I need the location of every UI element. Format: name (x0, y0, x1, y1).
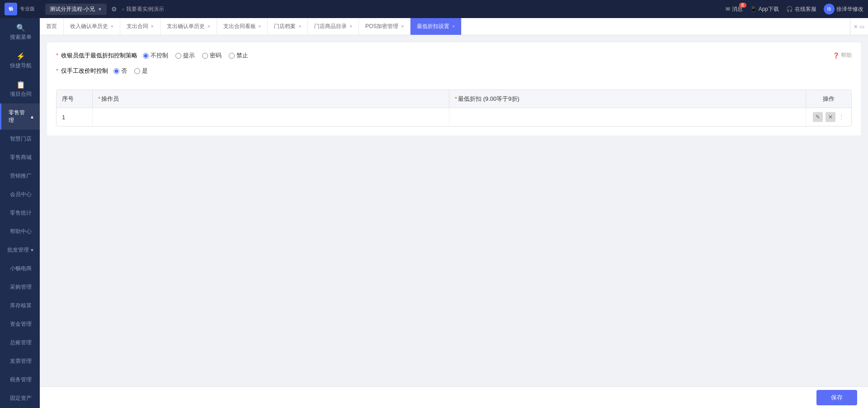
tab-payment-confirm-history-label: 支出确认单历史 (167, 23, 205, 30)
ecommerce-label: 小畅电商 (10, 265, 32, 272)
tab-payment-contract-board-close[interactable]: × (259, 24, 261, 29)
tab-payment-confirm-history[interactable]: 支出确认单历史 × (160, 18, 217, 35)
tab-pos-password-mgmt[interactable]: POS加密管理 × (359, 18, 410, 35)
tab-expand-btn[interactable]: ▭ (859, 23, 864, 30)
tab-store-product-catalog-close[interactable]: × (349, 24, 352, 29)
sidebar-item-project-contract[interactable]: 📋 项目合同 (0, 75, 40, 103)
tab-store-product-catalog[interactable]: 门店商品目录 × (308, 18, 359, 35)
online-support-btn[interactable]: 🎧 在线客服 (786, 5, 816, 13)
radio-manual-yes-input[interactable] (134, 68, 140, 74)
tab-payment-contract[interactable]: 支出合同 × (120, 18, 160, 35)
sidebar-item-search[interactable]: 🔍 搜索菜单 (0, 18, 40, 47)
settings-icon[interactable]: ⚙ (111, 5, 117, 13)
radio-password-input[interactable] (202, 53, 208, 59)
tab-store-files-label: 门店档案 (274, 23, 296, 30)
radio-manual-yes[interactable]: 是 (134, 67, 148, 75)
member-center-label: 会员中心 (10, 191, 32, 198)
help-center-label: 帮助中心 (10, 228, 32, 235)
radio-no-control-input[interactable] (143, 53, 149, 59)
tab-income-history-close[interactable]: × (111, 24, 113, 29)
discount-strategy-radio-group: 不控制 提示 密码 (143, 52, 248, 60)
project-selector[interactable]: 测试分开流程-小兄 ▼ (45, 4, 107, 15)
radio-forbid-input[interactable] (229, 53, 235, 59)
sidebar-item-member-center[interactable]: 会员中心 (0, 185, 40, 204)
sidebar-item-marketing[interactable]: 营销推广 (0, 167, 40, 185)
cell-actions-1: ✎ ✕ ⋮ (806, 108, 851, 126)
content-area: 首页 收入确认单历史 × 支出合同 × 支出确认单历史 × 支出合同看板 × (40, 18, 868, 408)
batch-mgmt-label: 批发管理 (7, 246, 29, 254)
col-header-operator-required: * (98, 95, 100, 102)
radio-no-control[interactable]: 不控制 (143, 52, 168, 60)
radio-forbid-label: 禁止 (236, 52, 248, 60)
batch-mgmt-arrow-icon: ▼ (30, 248, 34, 253)
app-download-btn[interactable]: 📱 App下载 (750, 5, 779, 13)
sidebar-item-finance[interactable]: 资金管理 (0, 315, 40, 333)
tab-income-history[interactable]: 收入确认单历史 × (64, 18, 120, 35)
main-layout: 🔍 搜索菜单 ⚡ 快捷导航 📋 项目合同 零售管理 ▲ 智慧门店 零售商城 营销… (0, 18, 868, 408)
radio-manual-no[interactable]: 否 (113, 67, 127, 75)
sidebar-item-invoice[interactable]: 发票管理 (0, 352, 40, 370)
sidebar-item-purchase-mgmt[interactable]: 采购管理 (0, 278, 40, 296)
tab-min-discount-setting-label: 最低折扣设置 (417, 23, 449, 30)
tab-payment-confirm-history-close[interactable]: × (208, 24, 210, 29)
sidebar-item-retail-mall[interactable]: 零售商城 (0, 148, 40, 167)
drag-handle-1[interactable]: ⋮ (838, 113, 844, 121)
logo-text: 专业版 (20, 6, 35, 12)
message-icon: ✉ (726, 6, 730, 12)
discount-strategy-row: * 收银员低于最低折扣控制策略 不控制 提示 (56, 52, 248, 60)
tab-payment-contract-close[interactable]: × (151, 24, 154, 29)
col-header-discount-label: 最低折扣 (9.00等于9折) (458, 95, 519, 103)
sidebar-item-help-center[interactable]: 帮助中心 (0, 222, 40, 241)
sidebar-item-ecommerce[interactable]: 小畅电商 (0, 259, 40, 278)
tax-label: 税务管理 (10, 376, 32, 384)
radio-manual-yes-label: 是 (142, 67, 148, 75)
col-header-operator: * 操作员 (93, 90, 449, 108)
messages-btn[interactable]: ✉ 消息 8 (726, 5, 743, 13)
cell-seq-1-value: 1 (62, 114, 65, 121)
tab-min-discount-setting-close[interactable]: × (452, 24, 455, 29)
sidebar-item-retail-mgmt[interactable]: 零售管理 ▲ (0, 103, 40, 130)
search-icon: 🔍 (16, 23, 25, 32)
sidebar-item-retail-stats[interactable]: 零售统计 (0, 204, 40, 222)
col-header-seq: 序号 (57, 90, 93, 108)
sidebar-item-ledger[interactable]: 总账管理 (0, 333, 40, 352)
edit-btn-1[interactable]: ✎ (813, 112, 823, 122)
delete-btn-1[interactable]: ✕ (826, 112, 835, 122)
sidebar-item-tax[interactable]: 税务管理 (0, 370, 40, 389)
radio-password[interactable]: 密码 (202, 52, 222, 60)
sidebar-item-fixed-assets[interactable]: 固定资产 (0, 389, 40, 408)
sidebar-item-search-label: 搜索菜单 (10, 33, 32, 41)
col-header-discount: * 最低折扣 (9.00等于9折) (449, 90, 806, 108)
cell-seq-1: 1 (57, 108, 93, 126)
headset-icon: 🎧 (786, 6, 793, 12)
radio-forbid[interactable]: 禁止 (229, 52, 248, 60)
shortcut-icon: ⚡ (16, 52, 25, 61)
cell-operator-1 (93, 108, 449, 126)
sidebar-item-shortcut-label: 快捷导航 (10, 62, 32, 70)
tab-close-all-btn[interactable]: × (854, 23, 858, 30)
logo-area: 畅 专业版 (5, 3, 41, 15)
save-button[interactable]: 保存 (816, 390, 857, 405)
discount-table: 序号 * 操作员 * 最低折扣 (9.00等于9折) 操作 (56, 89, 852, 127)
sidebar-item-batch-mgmt[interactable]: 批发管理 ▼ (0, 241, 40, 259)
tab-store-product-catalog-label: 门店商品目录 (314, 23, 347, 30)
radio-manual-no-input[interactable] (113, 68, 119, 74)
tab-store-files[interactable]: 门店档案 × (268, 18, 308, 35)
bottom-bar: 保存 (40, 386, 868, 408)
tab-min-discount-setting[interactable]: 最低折扣设置 × (410, 18, 462, 35)
radio-tip[interactable]: 提示 (175, 52, 195, 60)
help-btn[interactable]: ❓ 帮助 (833, 52, 852, 59)
avatar: 徐 (824, 4, 835, 14)
tab-store-files-close[interactable]: × (298, 24, 301, 29)
sidebar-item-inventory[interactable]: 库存核算 (0, 296, 40, 315)
messages-badge: 8 (739, 3, 746, 8)
inventory-label: 库存核算 (10, 302, 32, 310)
demo-link[interactable]: 我要看实例演示 (122, 5, 164, 13)
sidebar-item-shortcut[interactable]: ⚡ 快捷导航 (0, 47, 40, 75)
tab-pos-password-mgmt-close[interactable]: × (401, 24, 404, 29)
sidebar-item-smart-store[interactable]: 智慧门店 (0, 130, 40, 148)
radio-tip-input[interactable] (175, 53, 181, 59)
tab-payment-contract-board[interactable]: 支出合同看板 × (217, 18, 268, 35)
user-profile-btn[interactable]: 徐 徐泽华修改 (824, 4, 863, 14)
tab-home[interactable]: 首页 (40, 18, 64, 35)
